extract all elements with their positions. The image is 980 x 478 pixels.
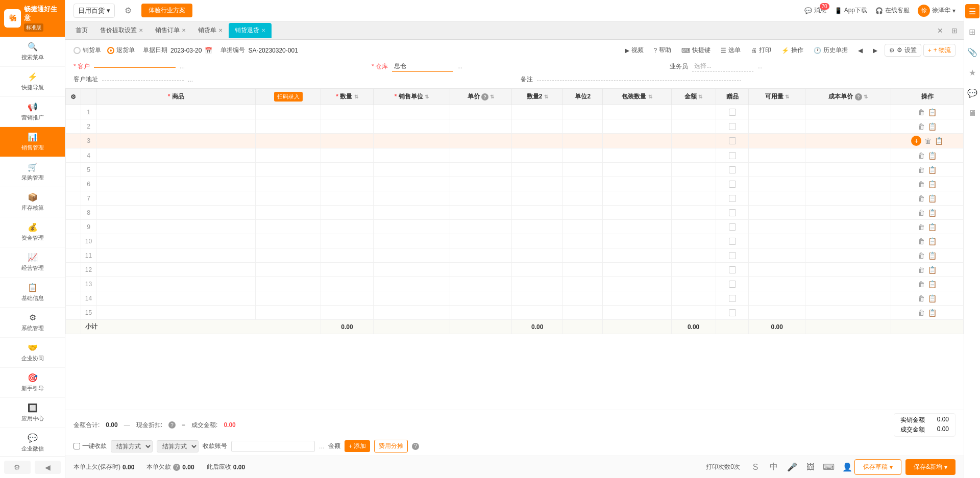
row-qty-cell[interactable]	[321, 248, 374, 263]
row-sale-unit-cell[interactable]	[373, 220, 450, 234]
delete-row-button[interactable]: 🗑	[918, 209, 925, 217]
row-qty-cell[interactable]	[321, 206, 374, 220]
cost-info-icon[interactable]: ?	[855, 93, 862, 100]
gift-checkbox[interactable]	[729, 109, 736, 116]
row-unit2-cell[interactable]	[563, 177, 603, 191]
copy-row-button[interactable]: 📋	[928, 280, 937, 288]
print-button[interactable]: 🖨 打印	[748, 44, 774, 56]
row-sale-unit-cell[interactable]	[373, 177, 450, 191]
right-panel-star-icon[interactable]: ★	[965, 65, 979, 80]
tab-sales-bill[interactable]: 销货单 ✕	[192, 23, 229, 38]
settings-button[interactable]: ⚙ ⚙ 设置	[885, 44, 921, 57]
copy-row-button[interactable]: 📋	[935, 137, 943, 145]
row-unit-price-cell[interactable]	[450, 206, 511, 220]
th-scan[interactable]: 扫码录入	[256, 89, 321, 105]
sidebar-item-wxwork[interactable]: 💬 企业微信	[0, 428, 65, 456]
right-panel-grid-icon[interactable]: ⊞	[965, 24, 979, 39]
row-product-cell[interactable]	[96, 105, 256, 119]
gift-checkbox[interactable]	[729, 252, 736, 259]
row-amount-cell[interactable]	[671, 234, 716, 248]
gift-checkbox[interactable]	[729, 166, 736, 173]
amount-sort-icon[interactable]: ⇅	[698, 94, 702, 99]
add-fee-button[interactable]: + 添加	[345, 440, 370, 452]
row-available-cell[interactable]	[749, 163, 805, 177]
row-qty2-cell[interactable]	[512, 234, 563, 248]
row-unit2-cell[interactable]	[563, 206, 603, 220]
row-cost-price-cell[interactable]	[805, 134, 891, 148]
row-qty2-cell[interactable]	[512, 119, 563, 134]
row-sale-unit-cell[interactable]	[373, 105, 450, 119]
user-menu[interactable]: 徐 徐泽华 ▾	[918, 5, 955, 17]
toolbar-icon-zh[interactable]: 中	[767, 460, 781, 474]
row-unit-price-cell[interactable]	[450, 248, 511, 263]
row-unit-price-cell[interactable]	[450, 134, 511, 148]
row-product-cell[interactable]	[96, 191, 256, 206]
nav-next-button[interactable]: ▶	[870, 45, 880, 56]
row-gift-cell[interactable]	[716, 263, 749, 277]
copy-row-button[interactable]: 📋	[928, 237, 937, 245]
remark-input[interactable]	[537, 78, 741, 81]
row-qty2-cell[interactable]	[512, 191, 563, 206]
gift-checkbox[interactable]	[729, 309, 736, 316]
sidebar-item-finance[interactable]: 💰 资金管理	[0, 217, 65, 247]
row-pack-qty-cell[interactable]	[603, 163, 671, 177]
row-product-cell[interactable]	[96, 134, 256, 148]
logistics-button[interactable]: + + 物流	[923, 44, 955, 57]
row-qty-cell[interactable]	[321, 177, 374, 191]
row-cost-price-cell[interactable]	[805, 163, 891, 177]
row-product-cell[interactable]	[96, 248, 256, 263]
copy-row-button[interactable]: 📋	[928, 223, 937, 231]
row-pack-qty-cell[interactable]	[603, 248, 671, 263]
delete-row-button[interactable]: 🗑	[918, 280, 925, 288]
row-amount-cell[interactable]	[671, 306, 716, 320]
gift-checkbox[interactable]	[729, 209, 736, 216]
row-available-cell[interactable]	[749, 248, 805, 263]
row-qty-cell[interactable]	[321, 277, 374, 291]
row-qty2-cell[interactable]	[512, 220, 563, 234]
delete-row-button[interactable]: 🗑	[918, 251, 925, 260]
message-button[interactable]: 💬 消息 70	[804, 6, 826, 15]
row-pack-qty-cell[interactable]	[603, 306, 671, 320]
row-available-cell[interactable]	[749, 105, 805, 119]
account-input[interactable]	[231, 441, 315, 452]
row-unit2-cell[interactable]	[563, 248, 603, 263]
copy-row-button[interactable]: 📋	[928, 152, 937, 160]
row-available-cell[interactable]	[749, 220, 805, 234]
copy-row-button[interactable]: 📋	[928, 122, 937, 131]
row-cost-price-cell[interactable]	[805, 206, 891, 220]
app-download-button[interactable]: 📱 App下载	[835, 6, 867, 15]
sidebar-item-operations[interactable]: 📈 经营管理	[0, 247, 65, 278]
right-panel-list-icon[interactable]: ☰	[965, 4, 979, 18]
qty2-sort-icon[interactable]: ⇅	[544, 94, 548, 99]
row-unit-price-cell[interactable]	[450, 234, 511, 248]
row-amount-cell[interactable]	[671, 220, 716, 234]
row-cost-price-cell[interactable]	[805, 177, 891, 191]
row-qty2-cell[interactable]	[512, 206, 563, 220]
delete-row-button[interactable]: 🗑	[918, 194, 925, 203]
row-sale-unit-cell[interactable]	[373, 206, 450, 220]
row-qty2-cell[interactable]	[512, 148, 563, 163]
row-amount-cell[interactable]	[671, 206, 716, 220]
row-amount-cell[interactable]	[671, 163, 716, 177]
row-amount-cell[interactable]	[671, 291, 716, 306]
sidebar-item-collab[interactable]: 🤝 企业协同	[0, 338, 65, 368]
tab-sales-return[interactable]: 销货退货 ✕	[229, 23, 272, 38]
row-qty-cell[interactable]	[321, 105, 374, 119]
fee-split-button[interactable]: 费用分摊	[374, 440, 408, 452]
row-product-cell[interactable]	[96, 306, 256, 320]
row-qty2-cell[interactable]	[512, 277, 563, 291]
calendar-icon[interactable]: 📅	[205, 47, 212, 54]
method-select[interactable]: 结算方式	[111, 440, 153, 452]
row-unit2-cell[interactable]	[563, 163, 603, 177]
delete-row-button[interactable]: 🗑	[918, 108, 925, 116]
delete-row-button[interactable]: 🗑	[918, 180, 925, 188]
row-unit2-cell[interactable]	[563, 119, 603, 134]
video-button[interactable]: ▶ 视频	[622, 44, 647, 56]
row-qty-cell[interactable]	[321, 234, 374, 248]
help-button[interactable]: ? 帮助	[651, 44, 675, 56]
row-qty-cell[interactable]	[321, 306, 374, 320]
delete-row-button[interactable]: 🗑	[918, 294, 925, 303]
row-unit2-cell[interactable]	[563, 148, 603, 163]
gift-checkbox[interactable]	[729, 195, 736, 202]
row-qty-cell[interactable]	[321, 148, 374, 163]
